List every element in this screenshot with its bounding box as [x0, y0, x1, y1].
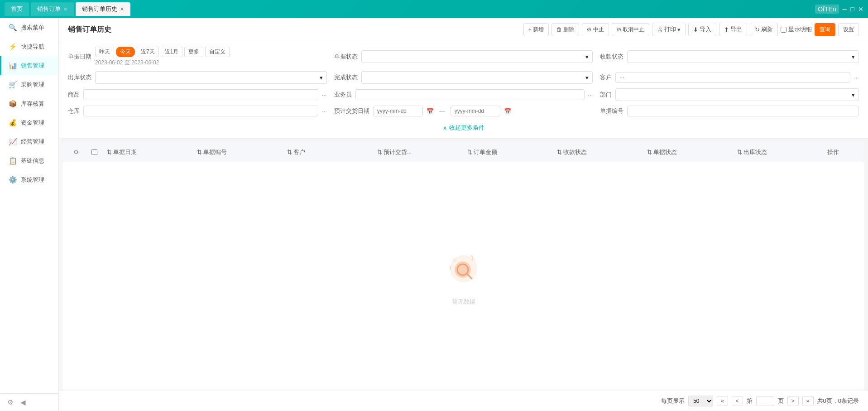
date-btn-7days[interactable]: 近7天 [137, 47, 159, 57]
export-icon: ⬆ [724, 26, 729, 33]
collapse-more[interactable]: ∧ 收起更多条件 [68, 121, 859, 133]
filter-payment-status: 收款状态 ▾ [600, 50, 859, 63]
window-controls: OfTEn ─ □ ✕ [815, 5, 863, 14]
filter-row-1: 单据日期 昨天 今天 近7天 近1月 更多 自定义 2023-06-02 至 2… [68, 47, 859, 67]
quick-nav-icon: ⚡ [9, 43, 17, 51]
complete-status-select[interactable]: ▾ [361, 71, 593, 84]
th-delivery-sort: ⇅ [377, 149, 382, 155]
goods-input[interactable] [83, 89, 318, 100]
tab-sales-order-close[interactable]: ✕ [63, 6, 67, 12]
print-button[interactable]: 🖨 打印 ▾ [652, 23, 686, 36]
filter-order-no: 单据编号 [600, 106, 859, 116]
tab-sales-history-close[interactable]: ✕ [120, 6, 124, 12]
pagination-bar: 每页显示 50 10 20 100 « < 第 1 页 > » 共0页，0条记录 [59, 391, 868, 411]
sidebar-item-base-info-label: 基础信息 [21, 157, 44, 165]
payment-status-select[interactable]: ▾ [627, 50, 859, 63]
top-bar: 首页 销售订单 ✕ 销售订单历史 ✕ OfTEn ─ □ ✕ [0, 0, 868, 18]
order-no-input[interactable] [627, 106, 859, 116]
delivery-date-end[interactable] [451, 106, 500, 116]
date-btn-1month[interactable]: 近1月 [161, 47, 183, 57]
sidebar-item-purchase-mgmt[interactable]: 🛒 采购管理 [0, 75, 58, 94]
delete-button[interactable]: 🗑 删除 [551, 23, 579, 36]
prev-page-button[interactable]: < [732, 396, 743, 406]
export-button[interactable]: ⬆ 导出 [719, 23, 747, 36]
print-icon: 🖨 [657, 26, 663, 33]
sidebar-item-operations-label: 经营管理 [21, 138, 44, 146]
th-amount-sort: ⇅ [467, 149, 472, 155]
page-size-label: 每页显示 [661, 397, 685, 405]
minimize-icon[interactable]: ─ [843, 5, 847, 13]
th-payment-status: ⇅ 收款状态 [553, 144, 643, 161]
salesperson-input[interactable] [355, 89, 585, 100]
query-button[interactable]: 查询 [815, 23, 835, 36]
goods-dots[interactable]: ··· [322, 92, 327, 98]
order-status-select[interactable]: ▾ [361, 50, 593, 63]
sidebar-item-search-menu[interactable]: 🔍 搜索菜单 [0, 18, 58, 37]
customer-dots[interactable]: ··· [854, 74, 859, 81]
filter-date: 单据日期 昨天 今天 近7天 近1月 更多 自定义 2023-06-02 至 2… [68, 47, 327, 67]
date-btn-today[interactable]: 今天 [116, 47, 135, 57]
complete-status-dropdown-icon: ▾ [585, 74, 589, 81]
th-order-amount: ⇅ 订单金额 [464, 144, 554, 161]
restore-icon[interactable]: □ [851, 5, 854, 13]
delivery-date-start[interactable] [373, 106, 423, 116]
stop-button[interactable]: ⊘ 中止 [582, 23, 609, 36]
warehouse-dots[interactable]: ··· [322, 108, 327, 115]
page-size-select[interactable]: 50 10 20 100 [688, 396, 713, 406]
date-separator: — [437, 108, 447, 115]
sidebar-item-base-info[interactable]: 📋 基础信息 [0, 151, 58, 170]
salesperson-dots[interactable]: ··· [588, 92, 593, 98]
next-page-button[interactable]: > [787, 396, 799, 406]
import-button[interactable]: ⬇ 导入 [688, 23, 716, 36]
customer-label: 客户 [600, 73, 612, 82]
refresh-button[interactable]: ↻ 刷新 [750, 23, 778, 36]
sidebar-item-search-menu-label: 搜索菜单 [21, 24, 44, 32]
sidebar-item-sales-mgmt-label: 销售管理 [21, 62, 44, 70]
sidebar-item-finance[interactable]: 💰 资金管理 [0, 113, 58, 132]
display-cols-checkbox[interactable] [781, 27, 786, 33]
total-records: 共0页，0条记录 [817, 397, 859, 405]
tab-sales-history[interactable]: 销售订单历史 ✕ [76, 2, 130, 16]
sidebar-item-operations[interactable]: 📈 经营管理 [0, 132, 58, 151]
sidebar-settings-icon[interactable]: ⚙ [7, 398, 13, 406]
purchase-mgmt-icon: 🛒 [9, 81, 17, 89]
first-page-button[interactable]: « [717, 396, 728, 406]
settings-button[interactable]: 设置 [838, 23, 859, 36]
date-btn-more[interactable]: 更多 [184, 47, 203, 57]
tab-home[interactable]: 首页 [5, 2, 29, 16]
filter-goods: 商品 ··· [68, 89, 327, 100]
select-all-checkbox[interactable] [91, 149, 97, 155]
calendar-start-icon[interactable]: 📅 [427, 108, 434, 115]
sidebar-item-system[interactable]: ⚙️ 系统管理 [0, 170, 58, 189]
warehouse-label: 仓库 [68, 107, 80, 115]
date-btn-custom[interactable]: 自定义 [205, 47, 230, 57]
page-num-input[interactable]: 1 [756, 396, 774, 406]
table-header-checkbox[interactable] [85, 149, 103, 155]
customer-input[interactable] [615, 72, 850, 83]
filter-dept: 部门 ▾ [600, 88, 859, 101]
import-icon: ⬇ [693, 26, 698, 33]
close-icon[interactable]: ✕ [858, 5, 863, 13]
calendar-end-icon[interactable]: 📅 [504, 108, 511, 115]
display-toggle: 显示明细 [781, 25, 812, 34]
table-settings-gear[interactable]: ⚙ [67, 149, 85, 155]
sidebar-item-quick-nav[interactable]: ⚡ 快捷导航 [0, 37, 58, 56]
th-customer-sort: ⇅ [287, 149, 292, 155]
tab-sales-order[interactable]: 销售订单 ✕ [31, 2, 74, 16]
warehouse-input[interactable] [83, 106, 318, 116]
cancel-stop-button[interactable]: ⊘ 取消中止 [612, 23, 649, 36]
last-page-button[interactable]: » [802, 396, 814, 406]
out-status-select[interactable]: ▾ [95, 71, 327, 84]
collapse-icon: ∧ [443, 125, 447, 131]
dept-select[interactable]: ▾ [615, 88, 859, 101]
date-btn-yesterday[interactable]: 昨天 [95, 47, 114, 57]
sidebar-collapse-icon[interactable]: ◀ [20, 398, 26, 406]
th-customer: ⇅ 客户 [283, 144, 374, 161]
new-button[interactable]: + 新增 [523, 23, 549, 36]
sidebar-item-sales-mgmt[interactable]: 📊 销售管理 [0, 56, 58, 75]
svg-point-4 [452, 258, 457, 263]
table-body: 暂无数据 [62, 162, 864, 391]
sidebar-item-inventory[interactable]: 📦 库存核算 [0, 94, 58, 113]
print-label: 打印 [664, 25, 676, 34]
th-order-no-sort: ⇅ [197, 149, 202, 155]
